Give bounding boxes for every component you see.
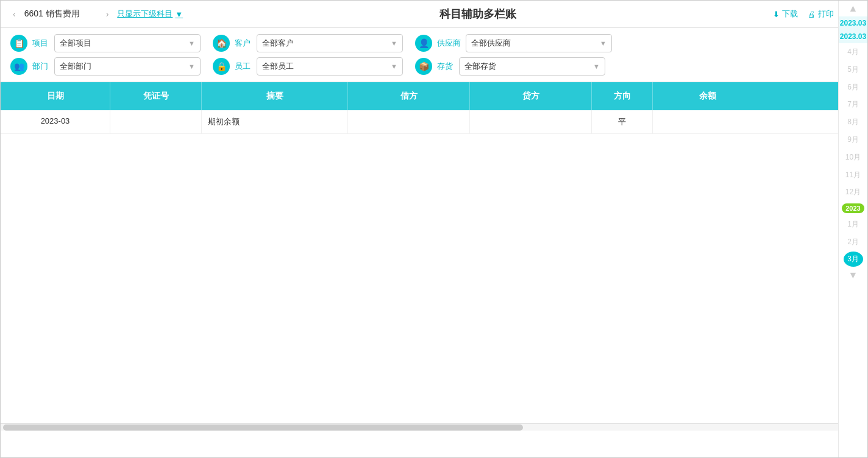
filter-customer: 🏠 客户 全部客户 ▼ xyxy=(213,34,403,52)
month-3-active[interactable]: 3月 xyxy=(844,252,863,267)
project-label: 项目 xyxy=(32,38,49,49)
page-title: 科目辅助多栏账 xyxy=(189,7,767,21)
col-date: 日期 xyxy=(1,82,110,110)
chevron-down-icon: ▼ xyxy=(188,63,195,70)
period-2023-03-top[interactable]: 2023.03 xyxy=(839,16,867,30)
month-6[interactable]: 6月 xyxy=(839,79,867,96)
chevron-down-icon: ▼ xyxy=(391,63,397,70)
customer-label: 客户 xyxy=(235,38,252,49)
customer-select[interactable]: 全部客户 ▼ xyxy=(257,34,403,52)
next-arrow[interactable]: › xyxy=(104,8,112,20)
table-body: 2023-03 期初余额 平 xyxy=(1,110,867,423)
chevron-down-icon: ▼ xyxy=(391,40,397,47)
month-1[interactable]: 1月 xyxy=(839,216,867,233)
col-credit: 贷方 xyxy=(470,82,592,110)
print-button[interactable]: 🖨 打印 xyxy=(808,9,834,19)
project-icon: 📋 xyxy=(10,35,27,52)
month-11[interactable]: 11月 xyxy=(839,166,867,184)
print-icon: 🖨 xyxy=(808,10,816,19)
month-5[interactable]: 5月 xyxy=(839,61,867,79)
col-balance: 余额 xyxy=(653,82,763,110)
download-icon: ⬇ xyxy=(773,10,780,19)
cell-debit xyxy=(348,110,470,133)
col-direction: 方向 xyxy=(592,82,653,110)
table-row: 2023-03 期初余额 平 xyxy=(1,110,867,134)
col-debit: 借方 xyxy=(348,82,470,110)
col-summary: 摘要 xyxy=(202,82,348,110)
side-timeline: ▲ 2023.03 2023.03 4月 5月 6月 7月 8月 9月 10月 … xyxy=(838,1,867,457)
inventory-select[interactable]: 全部存货 ▼ xyxy=(459,57,605,76)
chevron-down-icon: ▼ xyxy=(188,40,195,47)
download-button[interactable]: ⬇ 下载 xyxy=(773,9,798,19)
account-label: 6601 销售费用 xyxy=(24,9,98,19)
employee-select[interactable]: 全部员工 ▼ xyxy=(257,57,403,76)
department-select[interactable]: 全部部门 ▼ xyxy=(54,57,201,76)
supplier-select[interactable]: 全部供应商 ▼ xyxy=(466,34,612,52)
header: ‹ 6601 销售费用 › 只显示下级科目 ▼ 科目辅助多栏账 ⬇ 下载 🖨 打… xyxy=(1,1,867,28)
chevron-down-icon: ▼ xyxy=(175,10,183,19)
chevron-down-icon: ▼ xyxy=(593,63,600,70)
month-7[interactable]: 7月 xyxy=(839,96,867,113)
cell-date: 2023-03 xyxy=(1,110,110,133)
filter-row-2: 👥 部门 全部部门 ▼ 🔒 员工 全部员工 ▼ 📦 存货 xyxy=(10,57,858,76)
filter-inventory: 📦 存货 全部存货 ▼ xyxy=(415,57,605,76)
filter-project: 📋 项目 全部项目 ▼ xyxy=(10,34,201,52)
employee-icon: 🔒 xyxy=(213,58,230,75)
cell-credit xyxy=(470,110,592,133)
filter-supplier: 👤 供应商 全部供应商 ▼ xyxy=(415,34,612,52)
period-2023-03-sub[interactable]: 2023.03 xyxy=(839,30,867,43)
cell-summary: 期初余额 xyxy=(202,110,348,133)
filter-employee: 🔒 员工 全部员工 ▼ xyxy=(213,57,403,76)
timeline-up-arrow[interactable]: ▲ xyxy=(848,1,858,16)
customer-icon: 🏠 xyxy=(213,35,230,52)
table-header: 日期 凭证号 摘要 借方 贷方 方向 余额 xyxy=(1,82,867,110)
cell-balance xyxy=(653,110,763,133)
department-icon: 👥 xyxy=(10,58,27,75)
filter-department: 👥 部门 全部部门 ▼ xyxy=(10,57,201,76)
year-badge-2023: 2023 xyxy=(842,203,864,213)
cell-direction: 平 xyxy=(592,110,653,133)
horizontal-scrollbar[interactable] xyxy=(1,423,867,431)
supplier-icon: 👤 xyxy=(415,35,432,52)
employee-label: 员工 xyxy=(235,61,252,72)
show-sub-toggle[interactable]: 只显示下级科目 ▼ xyxy=(117,9,183,19)
filters-area: 📋 项目 全部项目 ▼ 🏠 客户 全部客户 ▼ 👤 供应商 xyxy=(1,28,867,82)
department-label: 部门 xyxy=(32,61,49,72)
supplier-label: 供应商 xyxy=(437,38,461,49)
month-4[interactable]: 4月 xyxy=(839,43,867,61)
inventory-icon: 📦 xyxy=(415,58,432,75)
table-area: 日期 凭证号 摘要 借方 贷方 方向 余额 2023-03 期初余额 平 xyxy=(1,82,867,431)
main-window: ‹ 6601 销售费用 › 只显示下级科目 ▼ 科目辅助多栏账 ⬇ 下载 🖨 打… xyxy=(0,0,868,458)
cell-voucher xyxy=(110,110,202,133)
month-10[interactable]: 10月 xyxy=(839,149,867,166)
filter-row-1: 📋 项目 全部项目 ▼ 🏠 客户 全部客户 ▼ 👤 供应商 xyxy=(10,34,858,52)
month-2[interactable]: 2月 xyxy=(839,233,867,251)
col-voucher: 凭证号 xyxy=(110,82,202,110)
project-select[interactable]: 全部项目 ▼ xyxy=(54,34,201,52)
chevron-down-icon: ▼ xyxy=(600,40,607,47)
timeline-down-arrow[interactable]: ▼ xyxy=(848,267,858,283)
year-badge-container: 2023 xyxy=(839,202,867,214)
month-8[interactable]: 8月 xyxy=(839,113,867,131)
inventory-label: 存货 xyxy=(437,61,454,72)
prev-arrow[interactable]: ‹ xyxy=(10,8,18,20)
month-9[interactable]: 9月 xyxy=(839,131,867,149)
month-12[interactable]: 12月 xyxy=(839,183,867,201)
